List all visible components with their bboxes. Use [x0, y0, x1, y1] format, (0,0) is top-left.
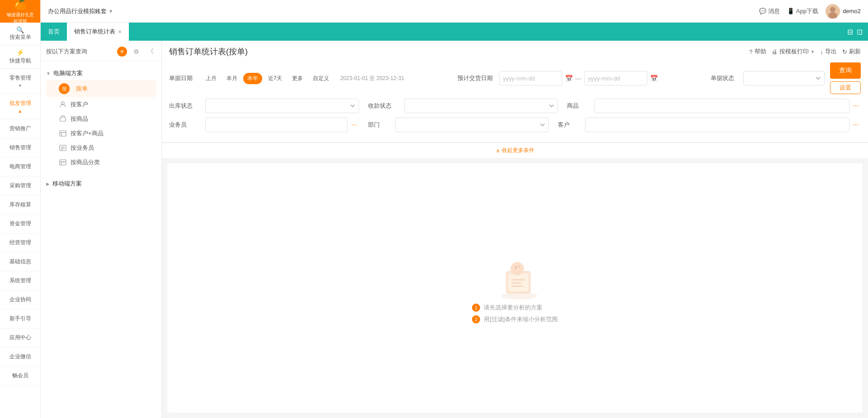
app-download-button[interactable]: 📱 App下载 — [787, 7, 818, 15]
newbie-label: 新手引导 — [9, 315, 31, 323]
sidebar-item-ecommerce[interactable]: 电商管理 — [0, 157, 40, 176]
customer-goods-scheme-icon — [59, 129, 67, 138]
sidebar-item-search[interactable]: 🔍 搜索菜单 — [0, 23, 40, 45]
this-year-btn[interactable]: 本年 — [243, 73, 262, 84]
last-month-btn[interactable]: 上月 — [202, 73, 221, 84]
scheme-settings-button[interactable]: ⚙ — [131, 46, 142, 57]
svg-point-21 — [519, 266, 520, 267]
help-label: 帮助 — [755, 48, 766, 56]
minimize-button[interactable]: ⊟ — [847, 28, 853, 36]
sales-label: 销售管理 — [9, 144, 31, 152]
scheme-item-customer[interactable]: 按客户 — [46, 97, 156, 112]
sidebar-item-sales[interactable]: 销售管理 — [0, 138, 40, 157]
pc-scheme-group-title[interactable]: ▼ 电脑端方案 — [46, 66, 156, 80]
mobile-scheme-group: ▶ 移动端方案 — [41, 175, 161, 192]
sidebar-item-newbie[interactable]: 新手引导 — [0, 309, 40, 328]
print-label: 按模板打印 — [779, 48, 809, 56]
date-separator: — — [576, 75, 581, 82]
mobile-expand-arrow-icon: ▶ — [46, 181, 50, 186]
left-panel-header: 按以下方案查询 + ⚙ 《 — [41, 46, 161, 61]
customer-filter-label: 客户 — [558, 121, 576, 129]
mobile-scheme-group-title[interactable]: ▶ 移动端方案 — [46, 177, 156, 190]
help-button[interactable]: ? 帮助 — [749, 48, 766, 56]
customer-input[interactable] — [585, 118, 849, 132]
wholesale-label: 批发管理 — [9, 100, 31, 107]
forecast-date-input: 📅 — 📅 — [499, 71, 658, 86]
svg-rect-23 — [511, 282, 521, 284]
salesperson-input[interactable] — [205, 118, 348, 132]
end-date-calendar-icon[interactable]: 📅 — [650, 75, 658, 82]
department-select[interactable] — [395, 118, 549, 132]
date-quick-buttons: 上月 本月 本年 近7天 更多 自定义 — [202, 73, 333, 84]
salesperson-scheme-icon — [59, 144, 67, 152]
scheme-item-customer-goods[interactable]: 按客户+商品 — [46, 126, 156, 141]
warehouse-select[interactable] — [205, 99, 359, 113]
message-button[interactable]: 💬 消息 — [759, 7, 780, 15]
more-date-btn[interactable]: 更多 — [288, 73, 307, 84]
print-button[interactable]: 🖨 按模板打印 ▼ — [772, 48, 815, 56]
settings-button[interactable]: 设置 — [830, 81, 861, 94]
sidebar-item-appstore[interactable]: 应用中心 — [0, 328, 40, 347]
svg-rect-4 — [60, 117, 66, 121]
sidebar-item-enterprise[interactable]: 企业协同 — [0, 290, 40, 309]
finance-label: 资金管理 — [9, 220, 31, 228]
svg-point-20 — [514, 266, 517, 269]
sidebar: 🍊 畅捷通好生意 标准版 🔍 搜索菜单 ⚡ 快捷导航 零售管理 ▼ 批发管理 ▲… — [0, 0, 41, 418]
ecommerce-label: 电商管理 — [9, 163, 31, 171]
query-button[interactable]: 查询 — [830, 62, 861, 79]
add-scheme-button[interactable]: + — [117, 47, 127, 57]
date-range-display: 2023-01-01 至 2023-12-31 — [340, 75, 404, 82]
right-panel: 销售订单统计表(按单) ? 帮助 🖨 按模板打印 ▼ ↓ — [162, 41, 868, 418]
scheme-item-category[interactable]: 按商品分类 — [46, 155, 156, 170]
collapse-filters-button[interactable]: ∧ 收起更多条件 — [162, 142, 868, 158]
warehouse-filter-label: 出库状态 — [169, 102, 196, 110]
forecast-date-start[interactable] — [499, 71, 562, 86]
payment-select[interactable] — [404, 99, 558, 113]
collapse-panel-button[interactable]: 《 — [145, 46, 156, 57]
user-menu[interactable]: demo2 — [826, 4, 861, 19]
sidebar-item-operations[interactable]: 经营管理 — [0, 233, 40, 252]
forecast-date-end[interactable] — [584, 71, 647, 86]
message-icon: 💬 — [759, 8, 766, 14]
sidebar-item-finance[interactable]: 资金管理 — [0, 214, 40, 233]
goods-more-button[interactable]: ··· — [851, 102, 861, 110]
start-date-calendar-icon[interactable]: 📅 — [565, 75, 573, 82]
sidebar-item-system[interactable]: 系统管理 — [0, 271, 40, 290]
this-month-btn[interactable]: 本月 — [222, 73, 241, 84]
sidebar-item-retail[interactable]: 零售管理 ▼ — [0, 69, 40, 94]
export-label: 导出 — [825, 48, 837, 56]
appstore-label: 应用中心 — [9, 334, 31, 342]
sidebar-item-purchase[interactable]: 采购管理 — [0, 176, 40, 195]
tab-sales-order[interactable]: 销售订单统计表 × — [67, 23, 129, 41]
sidebar-item-wechat[interactable]: 企业微信 — [0, 347, 40, 366]
maximize-button[interactable]: ⊡ — [857, 28, 863, 36]
last7days-btn[interactable]: 近7天 — [264, 73, 286, 84]
sidebar-item-basic[interactable]: 基础信息 — [0, 252, 40, 271]
tab-home[interactable]: 首页 — [41, 23, 67, 41]
customer-more-button[interactable]: ··· — [851, 121, 861, 129]
scheme-customer-label: 按客户 — [71, 100, 88, 109]
tab-close-button[interactable]: × — [118, 28, 122, 35]
sidebar-item-inventory[interactable]: 库存核算 — [0, 195, 40, 214]
scheme-goods-label: 按商品 — [71, 115, 88, 123]
mobile-scheme-label: 移动端方案 — [52, 180, 82, 188]
sidebar-item-member[interactable]: 畅会员 — [0, 366, 40, 385]
custom-date-btn[interactable]: 自定义 — [309, 73, 333, 84]
collapse-label: 收起更多条件 — [502, 147, 534, 154]
sidebar-logo: 🍊 畅捷通好生意 标准版 — [0, 0, 40, 23]
salesperson-more-button[interactable]: ··· — [349, 121, 359, 129]
empty-illustration — [492, 253, 538, 298]
enterprise-label: 企业协同 — [9, 296, 31, 304]
sidebar-item-marketing[interactable]: 营销推广 — [0, 119, 40, 138]
scheme-item-order[interactable]: 按 按单 — [46, 80, 156, 97]
scheme-item-salesperson[interactable]: 按业务员 — [46, 141, 156, 155]
refresh-button[interactable]: ↻ 刷新 — [842, 48, 861, 56]
sidebar-item-quick[interactable]: ⚡ 快捷导航 — [0, 45, 40, 69]
topbar-dropdown-icon[interactable]: ▾ — [109, 8, 113, 14]
goods-input[interactable] — [594, 99, 849, 113]
scheme-item-goods[interactable]: 按商品 — [46, 112, 156, 126]
status-select[interactable] — [743, 71, 825, 86]
operations-label: 经营管理 — [9, 239, 31, 247]
sidebar-item-wholesale[interactable]: 批发管理 ▲ — [0, 94, 40, 119]
export-button[interactable]: ↓ 导出 — [821, 48, 837, 56]
